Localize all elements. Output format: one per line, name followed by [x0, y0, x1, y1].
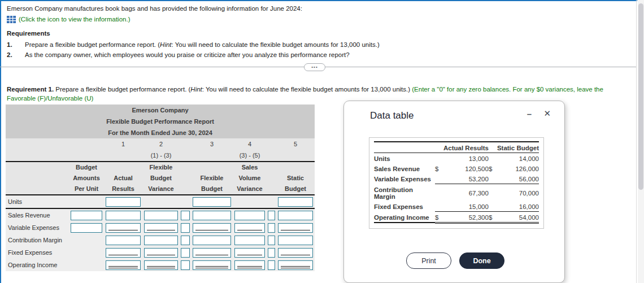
- col-formula-3-5: (3) - (5): [233, 150, 267, 161]
- sales-revenue-fbv-fu-input[interactable]: [181, 211, 190, 220]
- fixed-expenses-fbv-fu-input[interactable]: [181, 248, 190, 258]
- header-static-budget: StaticBudget: [276, 162, 315, 194]
- units-flexible-budget-input[interactable]: [193, 197, 231, 207]
- contribution-margin-flexible-budget-input[interactable]: [193, 236, 231, 245]
- sales-revenue-static-budget-input[interactable]: [278, 211, 313, 220]
- sales-revenue-sales-volume-variance-input[interactable]: [234, 211, 265, 220]
- sales-revenue-budget-per-unit-input[interactable]: [71, 211, 102, 220]
- requirement-item-1: 1. Prepare a flexible budget performance…: [7, 41, 628, 49]
- contribution-margin-fbv-fu-input[interactable]: [181, 236, 190, 245]
- column-headers-band: BudgetAmountsPer Unit ActualResults Flex…: [6, 161, 315, 195]
- fixed-expenses-sales-volume-variance-input[interactable]: [234, 248, 265, 258]
- exercise-page: Emerson Company manufactures book bags a…: [0, 0, 644, 283]
- fixed-expenses-actual-results-input[interactable]: [106, 248, 141, 258]
- sales-revenue-flexible-budget-variance-input[interactable]: [144, 211, 178, 220]
- data-row-operating-income: Operating Income $ 52,300 $ 54,000: [374, 211, 539, 223]
- header-actual-results: Actual Results: [443, 142, 489, 153]
- vertical-scrollbar[interactable]: [638, 0, 644, 283]
- variable-expenses-budget-per-unit-input[interactable]: [71, 223, 102, 233]
- header-flexible-budget: FlexibleBudget: [191, 162, 233, 194]
- column-numbers-band: 1 2 3 4 5 (1) - (3) (3) - (5): [6, 138, 315, 161]
- row-label-variable-expenses: Variable Expenses: [6, 221, 69, 234]
- operating-income-sales-volume-variance-input[interactable]: [234, 260, 265, 270]
- data-row-sales-revenue: Sales Revenue $ 120,500 $ 126,000: [374, 163, 539, 173]
- contribution-margin-svv-fu-input[interactable]: [268, 236, 275, 245]
- scrollbar-thumb[interactable]: [638, 3, 643, 190]
- variable-expenses-svv-fu-input[interactable]: [268, 223, 275, 233]
- variable-expenses-flexible-budget-variance-input[interactable]: [144, 223, 178, 233]
- left-accent-line: [0, 0, 1, 283]
- fixed-expenses-static-budget-input[interactable]: [278, 248, 313, 258]
- data-table-icon[interactable]: [7, 16, 16, 23]
- ellipsis-icon: •••: [311, 65, 317, 69]
- header-sales-volume-variance: SalesVolumeVariance: [233, 162, 267, 194]
- data-table-dialog: Data table – ✕ Actual Results Static Bud…: [343, 101, 565, 283]
- minimize-icon[interactable]: –: [527, 109, 532, 119]
- sales-revenue-actual-results-input[interactable]: [106, 211, 141, 220]
- report-row-operating-income: Operating Income: [6, 259, 315, 271]
- report-row-contribution-margin: Contribution Margin: [6, 234, 315, 246]
- header-static-budget: Static Budget: [497, 142, 539, 153]
- requirements-title: Requirements: [7, 29, 628, 38]
- variable-expenses-flexible-budget-input[interactable]: [193, 223, 231, 233]
- variable-expenses-sales-volume-variance-input[interactable]: [234, 223, 265, 233]
- print-button[interactable]: Print: [406, 252, 451, 269]
- operating-income-static-budget-input[interactable]: [278, 260, 313, 270]
- header-flexible-budget-variance: FlexibleBudgetVariance: [142, 162, 180, 194]
- variable-expenses-actual-results-input[interactable]: [106, 223, 141, 233]
- icon-hint-text: (Click the icon to view the information.…: [19, 15, 130, 24]
- header-budget-per-unit: BudgetAmountsPer Unit: [69, 162, 104, 194]
- variable-expenses-fbv-fu-input[interactable]: [181, 223, 190, 233]
- report-company-name: Emerson Company: [6, 105, 315, 116]
- contribution-margin-static-budget-input[interactable]: [278, 236, 313, 245]
- requirement-item-2: 2. As the company owner, which employees…: [7, 51, 628, 59]
- sales-revenue-svv-fu-input[interactable]: [268, 211, 275, 220]
- col-number-4: 4: [233, 138, 267, 150]
- fixed-expenses-flexible-budget-input[interactable]: [193, 248, 231, 258]
- requirement-1-text: Prepare a flexible budget performance re…: [25, 41, 380, 49]
- operating-income-flexible-budget-variance-input[interactable]: [144, 260, 178, 270]
- divider-expander-handle[interactable]: •••: [304, 63, 325, 71]
- data-table: Actual Results Static Budget Units 13,00…: [374, 141, 539, 224]
- problem-statement: Emerson Company manufactures book bags a…: [7, 5, 628, 61]
- fixed-expenses-svv-fu-input[interactable]: [268, 248, 275, 258]
- units-actual-results-input[interactable]: [106, 197, 141, 207]
- close-icon[interactable]: ✕: [543, 108, 551, 119]
- report-title-band: Emerson Company Flexible Budget Performa…: [6, 105, 315, 138]
- operating-income-actual-results-input[interactable]: [106, 260, 141, 270]
- report-body: Units Sales Revenue: [6, 195, 315, 271]
- intro-text: Emerson Company manufactures book bags a…: [7, 5, 628, 13]
- row-label-sales-revenue: Sales Revenue: [6, 209, 69, 221]
- contribution-margin-sales-volume-variance-input[interactable]: [234, 236, 265, 245]
- sales-revenue-flexible-budget-input[interactable]: [193, 211, 231, 220]
- top-accent-line: [0, 0, 637, 1]
- data-row-units: Units 13,000 14,000: [374, 153, 539, 164]
- col-number-5: 5: [276, 138, 315, 150]
- operating-income-fbv-fu-input[interactable]: [181, 260, 190, 270]
- variable-expenses-static-budget-input[interactable]: [278, 223, 313, 233]
- report-period: For the Month Ended June 30, 2024: [6, 127, 315, 138]
- contribution-margin-actual-results-input[interactable]: [106, 236, 141, 245]
- content-right-border: [636, 0, 637, 283]
- contribution-margin-flexible-budget-variance-input[interactable]: [144, 236, 178, 245]
- fixed-expenses-flexible-budget-variance-input[interactable]: [144, 248, 178, 258]
- row-label-operating-income: Operating Income: [6, 259, 69, 271]
- data-row-variable-expenses: Variable Expenses 53,200 56,000: [374, 173, 539, 184]
- col-formula-1-3: (1) - (3): [142, 150, 180, 161]
- col-number-3: 3: [191, 138, 233, 150]
- report-title: Flexible Budget Performance Report: [6, 116, 315, 127]
- done-button[interactable]: Done: [459, 252, 504, 269]
- operating-income-flexible-budget-input[interactable]: [193, 260, 231, 270]
- dialog-title: Data table: [370, 110, 414, 121]
- row-label-fixed-expenses: Fixed Expenses: [6, 246, 69, 259]
- row-label-contribution-margin: Contribution Margin: [6, 234, 69, 246]
- operating-income-svv-fu-input[interactable]: [268, 260, 275, 270]
- units-static-budget-input[interactable]: [278, 197, 313, 207]
- data-row-fixed-expenses: Fixed Expenses 15,000 16,000: [374, 201, 539, 212]
- report-row-fixed-expenses: Fixed Expenses: [6, 246, 315, 259]
- row-label-units: Units: [6, 195, 69, 208]
- requirement-1-number: 1.: [7, 41, 25, 49]
- col-number-1: 1: [104, 138, 142, 150]
- report-row-units: Units: [6, 195, 315, 209]
- requirement-2-number: 2.: [7, 51, 25, 59]
